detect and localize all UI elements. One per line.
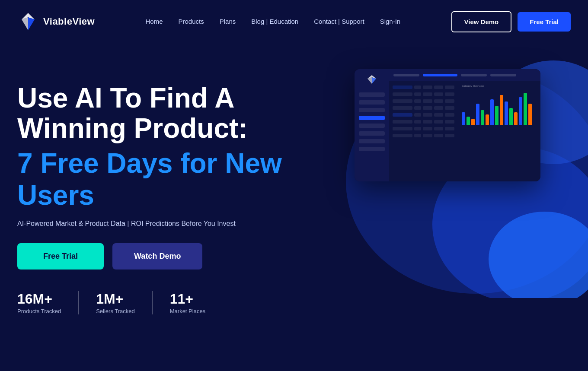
stats-row: 16M+ Products Tracked 1M+ Sellers Tracke… (17, 291, 320, 314)
db-bar-11 (509, 108, 513, 125)
nav-products[interactable]: Products (179, 18, 204, 25)
hero-content: Use AI To Find A Winning Product: 7 Free… (17, 83, 320, 315)
stat-sellers-number: 1M+ (96, 291, 123, 307)
dashboard-screenshot: Category Overview (355, 69, 540, 181)
free-trial-hero-button[interactable]: Free Trial (17, 243, 104, 270)
db-bar-7 (490, 99, 494, 125)
hero-title: Use AI To Find A Winning Product: (17, 83, 320, 144)
db-bar-chart (462, 91, 537, 125)
nav-signin[interactable]: Sign-In (380, 18, 401, 25)
db-nav-2 (359, 100, 385, 105)
db-bar-13 (519, 97, 522, 125)
nav-actions: View Demo Free Trial (451, 11, 571, 32)
db-nav-1 (359, 92, 385, 97)
db-row-4 (393, 105, 454, 111)
nav-links: Home Products Plans Blog | Education Con… (145, 18, 400, 25)
hero-visual: Category Overview (346, 43, 588, 294)
db-bar-15 (528, 104, 532, 125)
navbar: ViableView Home Products Plans Blog | Ed… (0, 0, 588, 43)
db-row-5 (393, 112, 454, 117)
db-row-6 (393, 119, 454, 124)
stat-products: 16M+ Products Tracked (17, 291, 78, 314)
logo-icon (17, 11, 39, 32)
hero-subtitle: AI-Powered Market & Product Data | ROI P… (17, 220, 320, 228)
stat-sellers-label: Sellers Tracked (96, 308, 135, 314)
db-header (389, 69, 540, 81)
db-bar-1 (462, 112, 465, 125)
db-row-1 (393, 85, 454, 90)
db-row-2 (393, 92, 454, 97)
nav-blog[interactable]: Blog | Education (251, 18, 298, 25)
db-nav-6 (359, 131, 385, 136)
db-bar-10 (505, 101, 508, 125)
db-tab-3 (461, 74, 487, 76)
stat-markets-number: 11+ (170, 291, 193, 307)
db-nav-3 (359, 108, 385, 112)
watch-demo-button[interactable]: Watch Demo (112, 243, 202, 270)
db-chart: Category Overview (458, 81, 540, 181)
db-logo-icon (365, 74, 378, 85)
db-bar-14 (524, 93, 527, 125)
db-table (389, 81, 458, 181)
nav-contact[interactable]: Contact | Support (314, 18, 364, 25)
stat-products-number: 16M+ (17, 291, 52, 307)
db-nav-8 (359, 147, 385, 151)
stat-markets-label: Market Places (170, 308, 205, 314)
stat-sellers: 1M+ Sellers Tracked (78, 291, 152, 314)
hero-section: Use AI To Find A Winning Product: 7 Free… (0, 43, 588, 337)
db-bar-5 (481, 110, 484, 125)
db-bar-2 (467, 117, 470, 125)
hero-title-highlight: 7 Free Days for New Users (17, 148, 320, 211)
db-bar-12 (514, 112, 518, 125)
db-nav-7 (359, 139, 385, 143)
db-chart-label: Category Overview (462, 85, 537, 87)
view-demo-button[interactable]: View Demo (451, 11, 512, 32)
db-tab-4 (490, 74, 516, 76)
hero-buttons: Free Trial Watch Demo (17, 243, 320, 270)
logo-text: ViableView (43, 16, 95, 27)
db-row-8 (393, 133, 454, 138)
db-bar-3 (471, 119, 475, 125)
db-bar-6 (486, 114, 489, 125)
db-nav-5 (359, 124, 385, 128)
db-row-7 (393, 126, 454, 131)
stat-markets: 11+ Market Places (152, 291, 223, 314)
db-sidebar (355, 69, 389, 181)
db-bar-8 (495, 106, 499, 125)
db-content-area: Category Overview (389, 81, 540, 181)
db-tab-active (423, 74, 457, 76)
db-bar-4 (476, 104, 479, 125)
nav-plans[interactable]: Plans (220, 18, 236, 25)
free-trial-nav-button[interactable]: Free Trial (518, 12, 571, 32)
nav-home[interactable]: Home (145, 18, 163, 25)
db-row-3 (393, 98, 454, 104)
db-main-content: Category Overview (389, 69, 540, 181)
db-bar-9 (500, 95, 503, 125)
db-tab-1 (393, 74, 419, 76)
db-nav-4 (359, 116, 385, 120)
logo[interactable]: ViableView (17, 11, 95, 32)
stat-products-label: Products Tracked (17, 308, 61, 314)
